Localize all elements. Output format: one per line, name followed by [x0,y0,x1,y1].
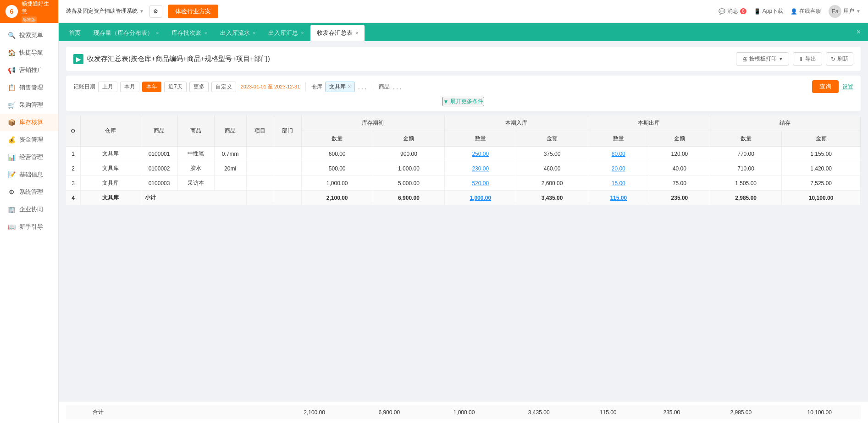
trial-button[interactable]: 体验行业方案 [168,5,218,18]
td-total-in-qty: 1,000.00 [426,405,501,419]
tab-bar-close-button[interactable]: × [853,28,864,36]
sidebar-item-base-info[interactable]: 📝 基础信息 [0,166,58,183]
search-icon: 🔍 [7,31,16,39]
td-goods-name: 胶水 [177,161,214,176]
td-closing-qty: 710.00 [710,161,781,176]
tab-inout-flow[interactable]: 出入库流水 × [214,25,262,41]
refresh-button[interactable]: ↻ 刷新 [826,52,853,66]
sidebar-item-marketing[interactable]: 📢 营销推广 [0,61,58,79]
filter-settings-link[interactable]: 设置 [842,83,853,91]
inventory-icon: 📦 [7,118,16,126]
sidebar-item-purchase[interactable]: 🛒 采购管理 [0,96,58,114]
td-total-empty4 [190,405,222,419]
tab-close-icon[interactable]: × [301,30,304,36]
date-btn-last-month[interactable]: 上月 [98,82,117,92]
td-total-opening-qty: 2,100.00 [277,405,352,419]
td-out-amt: 120.00 [649,147,710,161]
gear-icon: ⚙ [153,8,158,15]
date-btn-more[interactable]: 更多 [189,82,209,92]
td-total-empty6 [249,405,277,419]
export-button[interactable]: ⬆ 导出 [793,52,822,66]
filter-divider-2 [373,82,373,91]
td-sub-closing-amt: 10,100.00 [782,191,861,205]
message-button[interactable]: 💬 消息 6 [719,7,746,15]
date-btn-custom[interactable]: 自定义 [211,82,236,92]
goods-more-button[interactable]: ... [393,82,402,91]
tab-inventory-dist[interactable]: 现存量（库存分布表） × [87,25,165,41]
warehouse-tag: 文具库 × [325,82,355,92]
data-table: ⚙ 仓库 商品 商品 商品 项目 部门 库存期初 本期入库 本期出库 结存 数量 [66,115,861,205]
tab-batch-ledger[interactable]: 库存批次账 × [165,25,213,41]
gear-button[interactable]: ⚙ [149,5,162,18]
td-total-label: 合计 [80,405,116,419]
td-in-qty[interactable]: 520.00 [445,176,516,191]
print-template-button[interactable]: 🖨 按模板打印 ▼ [736,52,789,66]
tab-home[interactable]: 首页 [62,25,87,41]
sidebar-item-enterprise[interactable]: 🏢 企业协同 [0,201,58,218]
sidebar-item-sales[interactable]: 📋 销售管理 [0,79,58,96]
message-icon: 💬 [719,8,725,15]
td-sub-out-amt: 235.00 [649,191,710,205]
table-row: 1 文具库 0100001 中性笔 0.7mm 600.00 900.00 25… [66,147,861,161]
header-right: 💬 消息 6 📱 App下载 👤 在线客服 Ea 用户 ▼ [719,5,861,18]
td-total-empty2 [116,405,153,419]
td-sub-out-qty[interactable]: 115.00 [588,191,649,205]
sidebar-item-system[interactable]: ⚙ 系统管理 [0,183,58,201]
home-icon: 🏠 [7,49,16,57]
warehouse-tag-close-icon[interactable]: × [348,83,351,90]
td-opening-qty: 500.00 [301,161,373,176]
td-total-closing-qty: 2,985.00 [703,405,778,419]
filter-divider-1 [305,82,306,91]
td-warehouse: 文具库 [81,147,141,161]
td-total-empty1 [66,405,80,419]
sidebar-item-operations[interactable]: 📊 经营管理 [0,148,58,166]
td-out-qty[interactable]: 80.00 [588,147,649,161]
th-opening-qty: 数量 [301,131,373,147]
td-total-out-amt: 235.00 [640,405,704,419]
date-btn-7days[interactable]: 近7天 [164,82,187,92]
td-out-qty[interactable]: 20.00 [588,161,649,176]
td-goods-name: 采访本 [177,176,214,191]
td-total-in-amt: 3,435.00 [502,405,576,419]
expand-more-button[interactable]: ▼ 展开更多条件 [442,97,485,106]
user-menu[interactable]: Ea 用户 ▼ [829,5,861,18]
date-btn-this-month[interactable]: 本月 [120,82,139,92]
tab-inout-summary[interactable]: 出入库汇总 × [262,25,310,41]
td-in-qty[interactable]: 230.00 [445,161,516,176]
system-name: 装备及固定资产辅助管理系统 [66,7,138,15]
purchase-icon: 🛒 [7,101,16,109]
warehouse-more-button[interactable]: ... [358,82,367,91]
td-warehouse: 文具库 [81,176,141,191]
online-service-button[interactable]: 👤 在线客服 [791,7,821,15]
tab-recv-send-summary[interactable]: 收发存汇总表 × [310,25,365,41]
tab-close-icon[interactable]: × [253,30,255,36]
sidebar-item-inventory[interactable]: 📦 库存核算 [0,114,58,131]
sidebar-item-search[interactable]: 🔍 搜索菜单 [0,27,58,44]
date-range-display: 2023-01-01 至 2023-12-31 [241,83,300,90]
th-closing-qty: 数量 [710,131,781,147]
td-in-qty[interactable]: 250.00 [445,147,516,161]
sidebar-item-quick-nav[interactable]: 🏠 快捷导航 [0,44,58,61]
td-goods-spec: 0.7mm [214,147,246,161]
date-btn-this-year[interactable]: 本年 [142,82,161,92]
expand-arrow-icon: ▼ [443,99,449,105]
tab-close-active-icon[interactable]: × [355,30,358,36]
th-settings[interactable]: ⚙ [66,115,81,147]
th-out-amt: 金额 [649,131,710,147]
sidebar-item-finance[interactable]: 💰 资金管理 [0,131,58,148]
td-sub-in-qty[interactable]: 1,000.00 [445,191,516,205]
collapse-arrow-button[interactable]: ▶ [73,54,83,64]
tab-close-icon[interactable]: × [204,30,207,36]
td-project [246,161,274,176]
th-out-qty: 数量 [588,131,649,147]
sidebar-item-guide[interactable]: 📖 新手引导 [0,218,58,236]
expand-row: ▼ 展开更多条件 [73,97,853,106]
app-download-button[interactable]: 📱 App下载 [754,7,783,15]
system-dropdown[interactable]: 装备及固定资产辅助管理系统 ▼ [66,7,144,15]
td-goods-code: 0100001 [141,147,177,161]
query-button[interactable]: 查询 [812,80,839,93]
th-closing-group: 结存 [710,115,860,131]
td-opening-qty: 1,000.00 [301,176,373,191]
td-out-qty[interactable]: 15.00 [588,176,649,191]
tab-close-icon[interactable]: × [156,30,159,36]
